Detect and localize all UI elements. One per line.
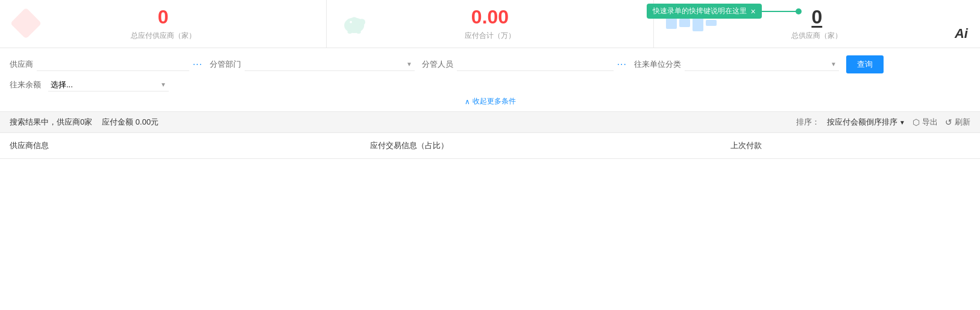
results-bar: 搜索结果中，供应商0家 应付金额 0.00元 排序： 按应付会额倒序排序 ▼ ⬡… (0, 112, 980, 133)
table-body (0, 159, 980, 310)
tooltip-dot (796, 8, 802, 14)
total-suppliers-label: 总供应商（家） (791, 31, 842, 41)
refresh-button[interactable]: ↺ 刷新 (945, 117, 970, 128)
svg-point-3 (359, 19, 365, 25)
unit-category-select-wrapper: ▼ (685, 58, 839, 71)
svg-text:¥: ¥ (24, 20, 28, 27)
piggy-icon (339, 7, 372, 42)
balance-select[interactable]: 选择... (48, 78, 169, 91)
supplier-input[interactable] (37, 58, 189, 71)
export-icon: ⬡ (912, 117, 920, 127)
payable-suppliers-number: 0 (158, 7, 169, 28)
results-right-area: 排序： 按应付会额倒序排序 ▼ ⬡ 导出 ↺ 刷新 (796, 117, 970, 128)
stats-bar: ¥ 0 总应付供应商（家） 0.00 应付合计（万） 快速录单的快捭 (0, 0, 980, 48)
sort-value[interactable]: 按应付会额倒序排序 ▼ (827, 117, 905, 128)
sort-arrow-icon: ▼ (899, 119, 905, 126)
unit-category-label: 往来单位分类 (634, 59, 681, 70)
mini-boxes-icon (666, 17, 717, 31)
unit-category-select[interactable] (685, 58, 839, 70)
diamond-icon: ¥ (10, 7, 43, 42)
collapse-button[interactable]: ∧ 收起更多条件 (465, 96, 516, 107)
search-result-text: 搜索结果中，供应商0家 (10, 117, 92, 128)
supplier-label: 供应商 (10, 59, 33, 70)
balance-select-wrapper: 选择... ▼ (48, 78, 169, 91)
collapse-row: ∧ 收起更多条件 (10, 96, 970, 107)
supplier-dots[interactable]: ··· (193, 59, 203, 70)
department-select-wrapper: ▼ (245, 58, 415, 71)
results-text-area: 搜索结果中，供应商0家 应付金额 0.00元 (10, 117, 159, 128)
department-label: 分管部门 (210, 59, 241, 70)
collapse-label: 收起更多条件 (473, 96, 516, 107)
person-filter: 分管人员 ··· (422, 58, 627, 71)
export-label: 导出 (922, 117, 938, 128)
svg-point-5 (357, 30, 361, 34)
tooltip-close-icon[interactable]: × (750, 7, 755, 16)
table-header: 供应商信息 应付交易信息（占比） 上次付款 (0, 133, 980, 159)
filter-bar: 供应商 ··· 分管部门 ▼ 分管人员 ··· 往来单位分类 (0, 48, 980, 112)
svg-point-4 (348, 30, 352, 34)
stat-payable-total: 0.00 应付合计（万） 快速录单的快捭键说明在这里 × (327, 0, 653, 48)
amount-text: 应付金额 0.00元 (102, 117, 159, 128)
col-header-last-payment: 上次付款 (730, 140, 971, 151)
refresh-label: 刷新 (955, 117, 970, 128)
sort-value-text: 按应付会额倒序排序 (827, 117, 897, 128)
svg-point-6 (350, 20, 353, 23)
payable-suppliers-label: 总应付供应商（家） (131, 31, 196, 41)
person-input[interactable] (457, 58, 614, 71)
col-header-transaction: 应付交易信息（占比） (370, 140, 730, 151)
person-label: 分管人员 (422, 59, 453, 70)
payable-total-label: 应付合计（万） (465, 31, 515, 41)
filter-row-1: 供应商 ··· 分管部门 ▼ 分管人员 ··· 往来单位分类 (10, 55, 970, 73)
col-header-supplier: 供应商信息 (10, 140, 370, 151)
person-dots[interactable]: ··· (617, 59, 627, 70)
department-select[interactable] (245, 58, 415, 70)
shortcut-tooltip: 快速录单的快捭键说明在这里 × (647, 4, 761, 19)
department-filter: 分管部门 ▼ (210, 58, 415, 71)
balance-label: 往来余额 (10, 79, 41, 90)
stat-payable-suppliers: ¥ 0 总应付供应商（家） (0, 0, 327, 48)
collapse-up-icon: ∧ (465, 98, 470, 106)
query-button[interactable]: 查询 (846, 55, 884, 73)
sort-label: 排序： (796, 117, 820, 128)
payable-total-number: 0.00 (471, 7, 509, 28)
supplier-filter: 供应商 ··· (10, 58, 203, 71)
filter-row-2: 往来余额 选择... ▼ (10, 78, 203, 91)
export-button[interactable]: ⬡ 导出 (912, 117, 938, 128)
total-suppliers-number: 0 (811, 7, 822, 28)
tooltip-text: 快速录单的快捭键说明在这里 (653, 6, 747, 16)
ai-badge: Ai (955, 26, 968, 42)
refresh-icon: ↺ (945, 117, 952, 127)
unit-category-filter: 往来单位分类 ▼ (634, 58, 839, 71)
